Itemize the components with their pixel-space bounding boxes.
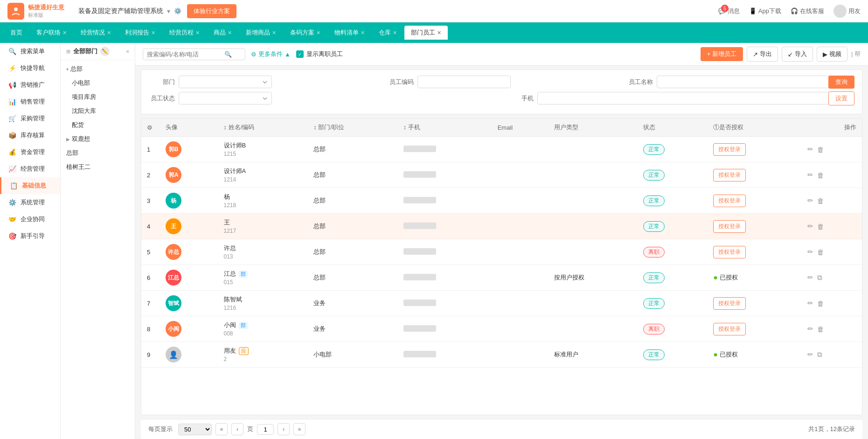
close-icon[interactable]: ✕ <box>62 30 67 36</box>
prev-page-button[interactable]: ‹ <box>231 423 243 435</box>
close-icon[interactable]: ✕ <box>272 30 276 36</box>
close-icon[interactable]: ✕ <box>393 30 397 36</box>
tab-bom[interactable]: 物料清单 ✕ <box>328 26 371 40</box>
tab-home[interactable]: 首页 <box>4 26 29 40</box>
dropdown-arrow-icon[interactable]: ▾ <box>167 7 170 15</box>
dept-node-distribution[interactable]: 配货 <box>61 118 135 132</box>
query-button[interactable]: 查询 <box>828 76 854 89</box>
dept-node-shuanglu[interactable]: ▶ 双鹿想 <box>61 132 135 146</box>
auth-button[interactable]: 授权登录 <box>713 143 746 156</box>
copy-icon[interactable]: ⧉ <box>817 350 822 359</box>
search-input[interactable] <box>147 51 222 58</box>
sidebar-item-sales[interactable]: 📊 销售管理 <box>0 93 60 110</box>
close-icon[interactable]: ✕ <box>228 30 232 36</box>
edit-icon[interactable]: ✏ <box>807 171 813 179</box>
tab-operations[interactable]: 经营情况 ✕ <box>74 26 118 40</box>
sidebar-item-finance[interactable]: 💰 资金管理 <box>0 144 60 160</box>
sidebar-item-operations[interactable]: 📈 经营管理 <box>0 160 60 177</box>
tab-history[interactable]: 经营历程 ✕ <box>163 26 206 40</box>
auth-button[interactable]: 授权登录 <box>713 297 746 310</box>
export-button[interactable]: ↗ 导出 <box>747 47 778 62</box>
close-icon-active[interactable]: ✕ <box>437 30 441 36</box>
phone-input[interactable] <box>537 92 855 105</box>
dept-node-project-warehouse[interactable]: 项目库房 <box>61 90 135 104</box>
user-menu[interactable]: 用友 <box>833 5 861 18</box>
last-page-button[interactable]: » <box>293 423 306 435</box>
emp-name-input[interactable] <box>657 76 854 88</box>
delete-icon[interactable]: 🗑 <box>817 197 824 205</box>
col-dept[interactable]: ↕ 部门/职位 <box>308 118 398 137</box>
sidebar-item-shortcut[interactable]: ⚡ 快捷导航 <box>0 60 60 77</box>
edit-icon[interactable]: ✏ <box>807 350 813 359</box>
tab-profit[interactable]: 利润报告 ✕ <box>118 26 162 40</box>
col-phone[interactable]: ↕ 手机 <box>398 118 492 137</box>
delete-icon[interactable]: 🗑 <box>817 300 824 307</box>
tab-new-goods[interactable]: 新增商品 ✕ <box>239 26 283 40</box>
sidebar-item-search[interactable]: 🔍 搜索菜单 <box>0 43 60 60</box>
edit-icon[interactable]: ✏ <box>807 145 813 153</box>
show-resigned-toggle[interactable]: ✓ 显示离职员工 <box>296 50 343 58</box>
edit-icon[interactable]: ✏ <box>807 196 813 205</box>
edit-icon[interactable]: ✏ <box>807 222 813 230</box>
search-icon[interactable]: 🔍 <box>224 51 232 58</box>
delete-icon[interactable]: 🗑 <box>817 171 824 179</box>
sidebar-item-basic-info[interactable]: 📋 基础信息 <box>0 177 60 194</box>
app-download-btn[interactable]: 📱 App下载 <box>749 7 781 15</box>
sidebar-item-collab[interactable]: 🤝 企业协同 <box>0 211 60 228</box>
tab-warehouse[interactable]: 仓库 ✕ <box>372 26 403 40</box>
tab-dept-employee[interactable]: 部门员工 ✕ <box>404 26 448 40</box>
delete-icon[interactable]: 🗑 <box>817 146 824 153</box>
help-text[interactable]: | 帮 <box>851 50 861 58</box>
close-icon[interactable]: ✕ <box>195 30 200 36</box>
edit-icon[interactable]: ✏ <box>807 325 813 333</box>
first-page-button[interactable]: « <box>215 423 228 435</box>
auth-button[interactable]: 授权登录 <box>713 246 746 258</box>
online-service-btn[interactable]: 🎧 在线客服 <box>791 7 824 15</box>
sidebar-item-system[interactable]: ⚙️ 系统管理 <box>0 194 60 211</box>
edit-icon[interactable]: ✏ <box>807 273 813 282</box>
copy-icon[interactable]: ⧉ <box>817 273 822 282</box>
import-button[interactable]: ↙ 导入 <box>782 47 813 62</box>
auth-button[interactable]: 授权登录 <box>713 323 746 335</box>
dept-node-headquarters[interactable]: 总部 <box>61 146 135 160</box>
emp-status-select[interactable] <box>179 92 272 105</box>
col-settings[interactable]: ⚙ <box>141 118 160 137</box>
dept-filter-select[interactable] <box>179 76 272 88</box>
dept-node-shenyang[interactable]: 沈阳大库 <box>61 104 135 118</box>
emp-code-input[interactable] <box>417 76 511 88</box>
next-page-button[interactable]: › <box>278 423 290 435</box>
dept-collapse-button[interactable]: « <box>126 48 129 55</box>
view-button[interactable]: ▶ 视频 <box>817 47 847 62</box>
edit-icon[interactable]: ✏ <box>807 299 813 307</box>
tab-goods[interactable]: 商品 ✕ <box>207 26 238 40</box>
dept-edit-button[interactable]: ✏️ <box>100 47 110 56</box>
col-name-code[interactable]: ↕ 姓名/编码 <box>218 118 308 137</box>
auth-button[interactable]: 授权登录 <box>713 220 746 233</box>
page-number-input[interactable] <box>257 424 274 435</box>
delete-icon[interactable]: 🗑 <box>817 223 824 230</box>
dept-node-plant-king[interactable]: 植树王二 <box>61 160 135 174</box>
add-employee-button[interactable]: + 新增员工 <box>701 47 743 61</box>
sidebar-item-purchase[interactable]: 🛒 采购管理 <box>0 110 60 127</box>
sidebar-item-inventory[interactable]: 📦 库存核算 <box>0 127 60 144</box>
trial-button[interactable]: 体验行业方案 <box>187 4 236 18</box>
edit-icon[interactable]: ✏ <box>807 248 813 256</box>
tab-customer[interactable]: 客户联络 ✕ <box>30 26 73 40</box>
close-icon[interactable]: ✕ <box>107 30 111 36</box>
auth-button[interactable]: 授权登录 <box>713 195 746 207</box>
auth-button[interactable]: 授权登录 <box>713 169 746 181</box>
sidebar-item-guide[interactable]: 🎯 新手引导 <box>0 228 60 244</box>
close-icon[interactable]: ✕ <box>151 30 155 36</box>
tab-barcode[interactable]: 条码方案 ✕ <box>284 26 327 40</box>
message-btn[interactable]: 💬 5 消息 <box>718 7 740 15</box>
sidebar-item-marketing[interactable]: 📢 营销推广 <box>0 77 60 93</box>
dept-node-headquarters-parent[interactable]: ▾ 总部 <box>61 62 135 76</box>
page-size-select[interactable]: 50 100 200 <box>178 424 212 435</box>
search-input-wrap[interactable]: 🔍 <box>143 49 245 60</box>
settings-icon[interactable]: ⚙️ <box>174 7 181 14</box>
more-filter-button[interactable]: ⚙ 更多条件 ▲ <box>251 50 291 58</box>
close-icon[interactable]: ✕ <box>361 30 365 36</box>
dept-node-xiaodibu[interactable]: 小电部 <box>61 76 135 90</box>
close-icon[interactable]: ✕ <box>316 30 320 36</box>
set-button[interactable]: 设置 <box>828 91 854 105</box>
